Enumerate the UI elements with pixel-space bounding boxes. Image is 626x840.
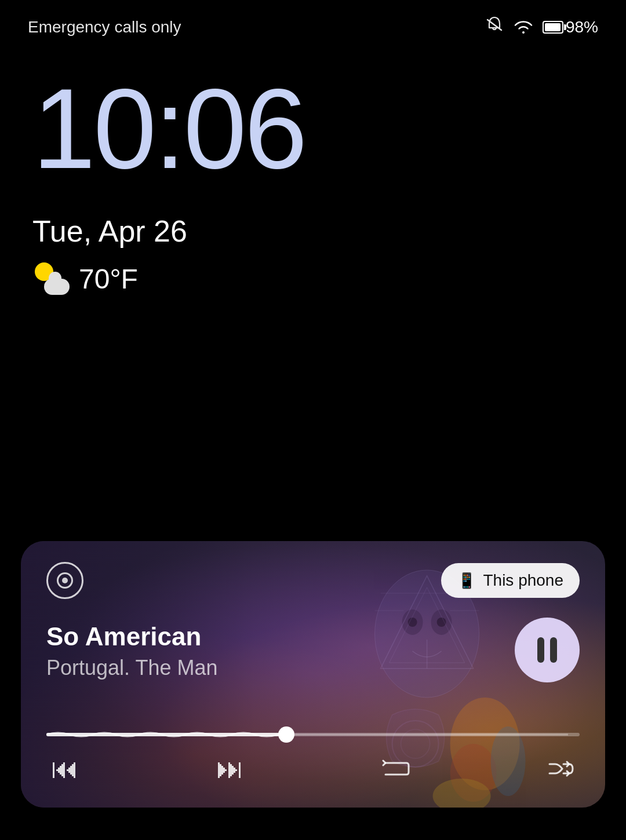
progress-bar-fill [46, 733, 286, 736]
weather-row: 70°F [32, 260, 594, 297]
pause-button[interactable] [515, 618, 580, 682]
wifi-icon [514, 20, 533, 35]
media-content: 📱 This phone So American Portugal. The M… [21, 541, 605, 808]
repeat-button[interactable] [377, 756, 414, 781]
phone-icon: 📱 [457, 572, 476, 590]
play-inner-circle [57, 572, 73, 589]
date-section: Tue, Apr 26 70°F [0, 186, 626, 297]
battery-fill [545, 23, 561, 31]
media-app-icon [46, 562, 83, 599]
battery-percentage: 98% [566, 18, 598, 36]
pause-bar-right [550, 637, 557, 663]
pause-bar-left [537, 637, 544, 663]
clock-display: 10:06 [0, 38, 626, 186]
clock-time: 10:06 [32, 65, 305, 192]
this-phone-pill[interactable]: 📱 This phone [441, 563, 580, 598]
status-left-text: Emergency calls only [28, 18, 181, 36]
pause-icon [537, 637, 557, 663]
progress-thumb[interactable] [278, 726, 294, 743]
song-info: So American Portugal. The Man [46, 618, 218, 680]
cloud-icon [44, 279, 70, 295]
status-right-group: 98% [485, 16, 598, 38]
weather-icon [32, 260, 70, 297]
status-bar: Emergency calls only 98% [0, 0, 626, 38]
media-player-card: 📱 This phone So American Portugal. The M… [21, 541, 605, 808]
next-button[interactable] [212, 753, 249, 784]
media-top-row: 📱 This phone [46, 562, 580, 599]
battery-body [543, 21, 563, 34]
progress-section[interactable] [46, 733, 580, 736]
mute-icon [485, 16, 504, 38]
media-middle-row: So American Portugal. The Man [46, 618, 580, 733]
song-title: So American [46, 622, 218, 651]
song-artist: Portugal. The Man [46, 656, 218, 680]
play-center-dot [62, 578, 68, 583]
date-text: Tue, Apr 26 [32, 214, 594, 249]
battery-icon: 98% [543, 18, 598, 36]
shuffle-button[interactable] [543, 756, 580, 781]
prev-button[interactable] [46, 753, 83, 784]
media-controls [46, 753, 580, 784]
progress-bar-container[interactable] [46, 733, 580, 736]
temperature-display: 70°F [79, 263, 138, 295]
this-phone-label: This phone [483, 571, 563, 590]
